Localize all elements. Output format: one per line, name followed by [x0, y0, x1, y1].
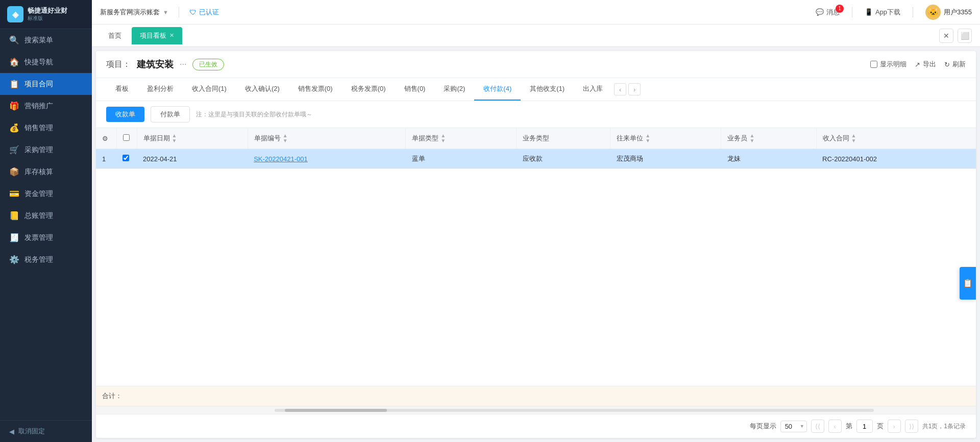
- sub-tab-tax-invoice[interactable]: 税务发票(0): [342, 78, 395, 101]
- tab-close-icon[interactable]: ✕: [169, 32, 174, 39]
- app-download-btn[interactable]: 📱 App下载: [865, 8, 900, 17]
- sidebar-item-finance[interactable]: 💳 资金管理: [0, 183, 92, 205]
- sort-docno-icon: ▲▼: [283, 133, 288, 143]
- sidebar-item-project[interactable]: 📋 项目合同: [0, 73, 92, 95]
- pagination-next-btn[interactable]: ›: [888, 420, 901, 433]
- sub-tab-sales[interactable]: 销售(0): [395, 78, 435, 101]
- th-salesperson[interactable]: 业务员 ▲▼: [721, 128, 816, 149]
- sidebar-unpin[interactable]: ◀ 取消固定: [0, 420, 92, 442]
- td-seq: 1: [96, 149, 116, 169]
- show-detail-checkbox[interactable]: [870, 61, 877, 68]
- tab-home[interactable]: 首页: [100, 27, 130, 44]
- th-partner[interactable]: 往来单位 ▲▼: [610, 128, 721, 149]
- th-checkbox[interactable]: [116, 128, 137, 149]
- show-detail-action[interactable]: 显示明细: [870, 60, 906, 69]
- sidebar-item-inventory[interactable]: 📦 库存核算: [0, 161, 92, 183]
- sidebar: ◈ 畅捷通好业财 标准版 🔍 搜索菜单 🏠 快捷导航 📋 项目合同 🎁 营销推广…: [0, 0, 92, 442]
- row-checkbox[interactable]: [122, 155, 129, 161]
- sidebar-item-search[interactable]: 🔍 搜索菜单: [0, 29, 92, 51]
- content-area: 项目： 建筑安装 ··· 已生效 显示明细 ↗ 导出 ↻ 刷新: [96, 51, 976, 438]
- sidebar-item-invoice[interactable]: 🧾 发票管理: [0, 227, 92, 249]
- project-status-badge: 已生效: [192, 59, 224, 70]
- app-logo-icon: ◈: [7, 6, 23, 22]
- sub-tab-other-expense[interactable]: 其他收支(1): [521, 78, 574, 101]
- sidebar-menu: 🔍 搜索菜单 🏠 快捷导航 📋 项目合同 🎁 营销推广 💰 销售管理 🛒 采购管…: [0, 29, 92, 420]
- th-doc-no[interactable]: 单据编号 ▲▼: [248, 128, 405, 149]
- right-float-btn[interactable]: 📋: [960, 267, 976, 300]
- td-doc-type: 蓝单: [406, 149, 517, 169]
- sidebar-item-marketing[interactable]: 🎁 营销推广: [0, 95, 92, 117]
- td-biz-type: 应收款: [517, 149, 610, 169]
- tab-project-board[interactable]: 项目看板 ✕: [132, 27, 182, 44]
- user-avatar: 🐱: [925, 5, 941, 20]
- th-biz-type[interactable]: 业务类型: [517, 128, 610, 149]
- th-income-contract[interactable]: 收入合同 ▲▼: [816, 128, 976, 149]
- app-logo-text: 畅捷通好业财 标准版: [28, 7, 67, 22]
- per-page-select-wrap[interactable]: 50 100 200: [780, 421, 807, 432]
- th-settings[interactable]: ⚙: [96, 128, 116, 149]
- tab-maximize-btn[interactable]: ⬜: [958, 29, 972, 43]
- project-more-btn[interactable]: ···: [180, 60, 186, 69]
- sub-tabs-next-arrow[interactable]: ›: [628, 83, 641, 95]
- app-download-label: App下载: [875, 8, 900, 17]
- topbar-actions: 💬 消息 1 📱 App下载 🐱 用户3355: [816, 5, 972, 20]
- export-action[interactable]: ↗ 导出: [915, 60, 936, 69]
- sub-tab-warehouse[interactable]: 出入库: [574, 78, 612, 101]
- sidebar-item-sales[interactable]: 💰 销售管理: [0, 117, 92, 139]
- sub-tab-purchase[interactable]: 采购(2): [434, 78, 474, 101]
- sidebar-item-shortcut[interactable]: 🏠 快捷导航: [0, 51, 92, 73]
- table-row[interactable]: 1 2022-04-21 SK-20220421-001 蓝单 应收款 宏茂商场…: [96, 149, 976, 169]
- page-number-input[interactable]: [856, 420, 873, 433]
- pagination-total: 共1页，1条记录: [922, 422, 966, 431]
- th-doc-type[interactable]: 单据类型 ▲▼: [406, 128, 517, 149]
- sub-tab-kanban[interactable]: 看板: [106, 78, 138, 101]
- sidebar-item-purchase[interactable]: 🛒 采购管理: [0, 139, 92, 161]
- message-btn[interactable]: 💬 消息 1: [816, 8, 840, 17]
- sidebar-label-sales: 销售管理: [24, 124, 53, 133]
- th-date[interactable]: 单据日期 ▲▼: [137, 128, 248, 149]
- pin-icon: ◀: [9, 428, 14, 435]
- sidebar-item-tax[interactable]: ⚙️ 税务管理: [0, 249, 92, 271]
- sidebar-item-ledger[interactable]: 📒 总账管理: [0, 205, 92, 227]
- horizontal-scrollbar[interactable]: [96, 406, 976, 414]
- sub-tab-profit[interactable]: 盈利分析: [138, 78, 183, 101]
- payment-btn[interactable]: 付款单: [151, 106, 190, 122]
- pagination-prev-btn[interactable]: ‹: [828, 420, 842, 433]
- table-footer: 合计：: [96, 386, 976, 406]
- sub-tabs-prev-arrow[interactable]: ‹: [614, 83, 626, 95]
- sidebar-label-purchase: 采购管理: [24, 145, 53, 155]
- message-icon: 💬: [816, 8, 824, 16]
- td-partner: 宏茂商场: [610, 149, 721, 169]
- topbar: 新服务官网演示账套 ▼ 🛡 已认证 💬 消息 1 📱 App下载 🐱 用户335…: [92, 0, 980, 24]
- shield-icon: 🛡: [189, 8, 197, 16]
- tax-icon: ⚙️: [9, 255, 19, 264]
- pagination: 每页显示 50 100 200 ⟨⟨ ‹ 第 页 › ⟩⟩ 共1页，1条记录: [96, 414, 976, 438]
- per-page-select[interactable]: 50 100 200: [780, 421, 807, 432]
- settings-icon: ⚙: [102, 135, 108, 142]
- project-header: 项目： 建筑安装 ··· 已生效 显示明细 ↗ 导出 ↻ 刷新: [96, 51, 976, 78]
- receipt-btn[interactable]: 收款单: [106, 107, 144, 122]
- td-doc-no[interactable]: SK-20220421-001: [248, 149, 405, 169]
- tab-close-window-btn[interactable]: ✕: [939, 29, 953, 43]
- sidebar-logo: ◈ 畅捷通好业财 标准版: [0, 0, 92, 29]
- table-wrapper: ⚙ 单据日期 ▲▼ 单据编号: [96, 128, 976, 386]
- td-checkbox[interactable]: [116, 149, 137, 169]
- user-menu[interactable]: 🐱 用户3355: [925, 5, 972, 20]
- sub-tab-sales-invoice[interactable]: 销售发票(0): [289, 78, 342, 101]
- refresh-action[interactable]: ↻ 刷新: [944, 60, 966, 69]
- pagination-last-btn[interactable]: ⟩⟩: [905, 420, 918, 433]
- account-selector[interactable]: 新服务官网演示账套 ▼: [100, 8, 168, 17]
- sub-tab-receipt[interactable]: 收付款(4): [474, 78, 521, 101]
- td-income-contract: RC-20220401-002: [816, 149, 976, 169]
- footer-total-label: 合计：: [102, 391, 122, 401]
- phone-icon: 📱: [865, 8, 873, 16]
- sub-tab-income-confirm[interactable]: 收入确认(2): [236, 78, 289, 101]
- topbar-divider-1: [179, 7, 179, 17]
- select-all-checkbox[interactable]: [123, 134, 130, 141]
- doc-no-link[interactable]: SK-20220421-001: [254, 155, 308, 163]
- sidebar-label-invoice: 发票管理: [24, 233, 53, 242]
- sub-tab-income-contract[interactable]: 收入合同(1): [183, 78, 236, 101]
- scrollbar-thumb[interactable]: [285, 409, 387, 412]
- show-detail-label: 显示明细: [880, 60, 906, 69]
- pagination-first-btn[interactable]: ⟨⟨: [811, 420, 824, 433]
